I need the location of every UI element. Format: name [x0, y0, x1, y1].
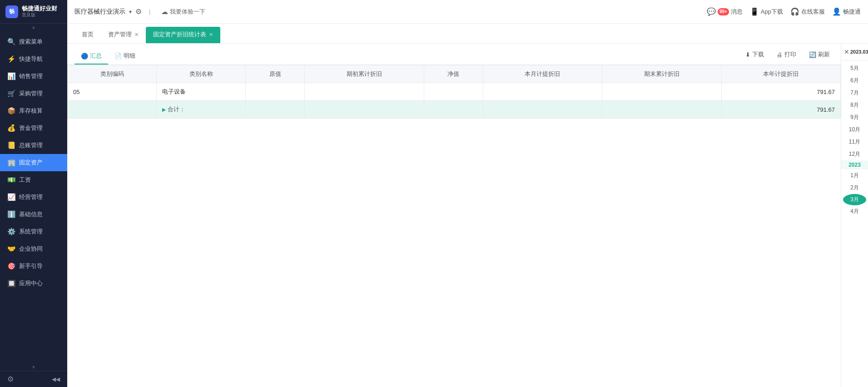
cell-row-6	[602, 83, 721, 101]
table-row: 05电子设备791.67	[68, 83, 841, 101]
inventory-icon: 📦	[7, 107, 15, 115]
sidebar-item-sales[interactable]: 📊 销售管理	[0, 68, 67, 85]
tab-label-home: 首页	[82, 30, 94, 39]
header-action-user[interactable]: 👤 畅捷通	[832, 7, 861, 16]
tab-asset-management[interactable]: 资产管理 ✕	[101, 27, 146, 43]
sidebar-label-sales: 销售管理	[19, 72, 43, 80]
content-main: 🔵 汇总 📄 明细 ⬇ 下载 🖨 打印 🔄 刷新	[67, 44, 841, 387]
date-year-2023[interactable]: 2023	[841, 160, 868, 169]
tab-home[interactable]: 首页	[74, 27, 101, 43]
experience-button[interactable]: ☁ 我要体验一下	[158, 6, 209, 18]
sidebar-title: 畅捷通好业财	[22, 5, 57, 12]
sub-tab-label-summary: 汇总	[90, 52, 102, 60]
sidebar-item-system[interactable]: ⚙️ 系统管理	[0, 223, 67, 240]
settings-icon[interactable]: ⚙	[7, 375, 14, 383]
sidebar-item-quick-nav[interactable]: ⚡ 快捷导航	[0, 50, 67, 68]
col-本月计提折旧: 本月计提折旧	[483, 65, 602, 83]
subtotal-cell-5	[483, 101, 602, 119]
header-action-messages[interactable]: 💬 99+ 消息	[707, 7, 743, 16]
subtotal-cell-1: ▶合计：	[157, 101, 246, 119]
cell-row-7: 791.67	[721, 83, 840, 101]
subtotal-cell-4	[424, 101, 483, 119]
header-settings-icon[interactable]: ⚙	[135, 7, 142, 16]
finance-icon: 💰	[7, 124, 15, 132]
sidebar-label-system: 系统管理	[19, 228, 43, 236]
refresh-label: 刷新	[818, 50, 830, 59]
sidebar-item-fixed-assets[interactable]: 🏢 固定资产	[0, 154, 67, 171]
col-期初累计折旧: 期初累计折旧	[305, 65, 424, 83]
date-scroll[interactable]: 5月6月7月8月9月10月11月12月20231月2月3月4月	[841, 60, 868, 387]
sidebar-nav: 🔍 搜索菜单 ⚡ 快捷导航 📊 销售管理 🛒 采购管理 📦 库存核算 💰 资金管…	[0, 30, 67, 364]
date-month-prev-12月[interactable]: 12月	[844, 148, 865, 160]
sidebar-item-operations[interactable]: 📈 经营管理	[0, 189, 67, 206]
sub-tabs: 🔵 汇总 📄 明细 ⬇ 下载 🖨 打印 🔄 刷新	[67, 44, 841, 65]
tab-close-depreciation-report[interactable]: ✕	[209, 32, 213, 38]
header-action-app-download[interactable]: 📱 App下载	[750, 7, 783, 16]
basic-info-icon: ℹ️	[7, 210, 15, 218]
fixed-assets-icon: 🏢	[7, 159, 15, 167]
col-类别名称: 类别名称	[157, 65, 246, 83]
print-button[interactable]: 🖨 打印	[773, 49, 800, 60]
tab-depreciation-report[interactable]: 固定资产折旧统计表 ✕	[146, 27, 220, 43]
download-button[interactable]: ⬇ 下载	[742, 49, 768, 60]
cell-row-4	[424, 83, 483, 101]
sub-tab-detail[interactable]: 📄 明细	[108, 48, 142, 64]
date-month-1月[interactable]: 1月	[844, 169, 865, 182]
date-month-prev-6月[interactable]: 6月	[844, 74, 865, 87]
sidebar-item-finance[interactable]: 💰 资金管理	[0, 119, 67, 137]
system-icon: ⚙️	[7, 228, 15, 236]
col-期末累计折旧: 期末累计折旧	[602, 65, 721, 83]
subtotal-cell-6	[602, 101, 721, 119]
sub-tab-summary[interactable]: 🔵 汇总	[74, 48, 108, 64]
scroll-down-indicator[interactable]: ▼	[0, 364, 67, 371]
collapse-icon[interactable]: ◀◀	[52, 376, 60, 382]
top-header: 医疗器械行业演示 ▾ ⚙ | ☁ 我要体验一下 💬 99+ 消息 📱 App下载…	[67, 0, 868, 24]
tab-bar: 首页 资产管理 ✕ 固定资产折旧统计表 ✕	[67, 24, 868, 44]
refresh-button[interactable]: 🔄 刷新	[805, 49, 833, 60]
date-month-prev-8月[interactable]: 8月	[844, 99, 865, 111]
header-action-online-service[interactable]: 🎧 在线客服	[790, 7, 825, 16]
date-month-prev-5月[interactable]: 5月	[844, 62, 865, 74]
date-month-2月[interactable]: 2月	[844, 182, 865, 194]
sidebar-item-ledger[interactable]: 📒 总账管理	[0, 137, 67, 154]
tab-close-asset-management[interactable]: ✕	[134, 32, 139, 38]
date-month-prev-11月[interactable]: 11月	[844, 136, 865, 148]
top-header-left: 医疗器械行业演示 ▾ ⚙ | ☁ 我要体验一下	[74, 6, 209, 18]
sidebar-header: 畅 畅捷通好业财 普及版	[0, 0, 67, 24]
sidebar-item-enterprise[interactable]: 🤝 企业协同	[0, 240, 67, 258]
cell-row-0: 05	[68, 83, 157, 101]
ledger-icon: 📒	[7, 141, 15, 149]
sidebar-label-finance: 资金管理	[19, 124, 43, 132]
date-month-3月[interactable]: 3月	[843, 194, 866, 205]
date-month-prev-10月[interactable]: 10月	[844, 124, 865, 136]
sub-tabs-right: ⬇ 下载 🖨 打印 🔄 刷新	[742, 49, 833, 64]
experience-label: 我要体验一下	[170, 8, 205, 16]
right-panel-header: ✕ 2023.03 ⤢	[841, 44, 868, 60]
sidebar-item-inventory[interactable]: 📦 库存核算	[0, 102, 67, 119]
sidebar-item-purchase[interactable]: 🛒 采购管理	[0, 85, 67, 102]
sales-icon: 📊	[7, 72, 15, 80]
quick-nav-icon: ⚡	[7, 55, 15, 63]
sidebar-label-search: 搜索菜单	[19, 38, 43, 46]
sidebar-item-search[interactable]: 🔍 搜索菜单	[0, 33, 67, 50]
cloud-icon: ☁	[161, 8, 168, 16]
operations-icon: 📈	[7, 193, 15, 201]
sub-tabs-left: 🔵 汇总 📄 明细	[74, 48, 142, 64]
sidebar-item-guide[interactable]: 🎯 新手引导	[0, 258, 67, 275]
date-month-4月[interactable]: 4月	[844, 205, 865, 218]
scroll-up-indicator[interactable]: ▲	[0, 24, 67, 30]
date-label: 2023.03	[850, 49, 868, 55]
date-month-prev-9月[interactable]: 9月	[844, 111, 865, 124]
sidebar-item-payroll[interactable]: 💵 工资	[0, 171, 67, 189]
subtotal-cell-0	[68, 101, 157, 119]
sidebar-item-app-center[interactable]: 🔲 应用中心	[0, 275, 67, 292]
tab-label-depreciation-report: 固定资产折旧统计表	[153, 30, 206, 39]
table-container: 类别编码类别名称原值期初累计折旧净值本月计提折旧期末累计折旧本年计提折旧 05电…	[67, 65, 841, 387]
sub-tab-label-detail: 明细	[124, 52, 135, 60]
company-dropdown-arrow[interactable]: ▾	[129, 9, 132, 15]
sidebar-item-basic-info[interactable]: ℹ️ 基础信息	[0, 206, 67, 223]
sidebar-label-basic-info: 基础信息	[19, 210, 43, 218]
date-month-prev-7月[interactable]: 7月	[844, 87, 865, 99]
col-原值: 原值	[246, 65, 305, 83]
panel-close-icon[interactable]: ✕	[843, 47, 850, 56]
